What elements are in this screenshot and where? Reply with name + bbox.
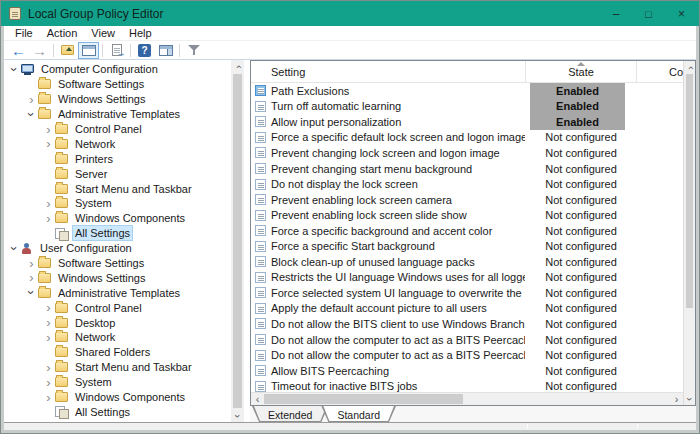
collapse-chevron-icon[interactable]	[25, 107, 38, 122]
scroll-right-icon[interactable]	[670, 393, 683, 405]
column-header-comment[interactable]: Co	[637, 66, 683, 78]
expand-chevron-icon[interactable]	[42, 360, 55, 375]
scroll-left-icon[interactable]	[251, 393, 264, 405]
tree-item-software-settings[interactable]: Software Settings	[4, 256, 230, 271]
expand-chevron-icon[interactable]	[42, 330, 55, 345]
menu-item-help[interactable]: Help	[122, 27, 159, 39]
tree-scrollbar-thumb[interactable]	[233, 74, 242, 408]
collapse-chevron-icon[interactable]	[8, 241, 21, 256]
close-button[interactable]: ×	[678, 8, 685, 20]
policy-state-cell: Not configured	[525, 238, 637, 254]
policy-row[interactable]: Prevent enabling lock screen slide showN…	[251, 207, 683, 223]
policy-row[interactable]: Force a specific default lock screen and…	[251, 130, 683, 146]
tree-item-server[interactable]: Server	[4, 166, 230, 181]
vertical-scrollbar-thumb[interactable]	[686, 74, 693, 308]
expand-chevron-icon[interactable]	[42, 315, 55, 330]
policy-row[interactable]: Restricts the UI language Windows uses f…	[251, 270, 683, 286]
menu-item-action[interactable]: Action	[40, 27, 85, 39]
policy-row[interactable]: Path ExclusionsEnabled	[251, 83, 683, 99]
policy-state-cell: Not configured	[525, 378, 637, 392]
tree-item-software-settings[interactable]: Software Settings	[4, 77, 230, 92]
tree-item-all-settings[interactable]: All Settings	[4, 226, 230, 241]
policy-row[interactable]: Force a specific Start backgroundNot con…	[251, 238, 683, 254]
tree-item-user-configuration[interactable]: User Configuration	[4, 241, 230, 256]
filter-button[interactable]	[183, 42, 204, 59]
policy-row[interactable]: Allow BITS PeercachingNot configured	[251, 363, 683, 379]
expand-chevron-icon[interactable]	[42, 136, 55, 151]
tree-item-computer-configuration[interactable]: Computer Configuration	[4, 62, 230, 77]
folder-icon	[55, 347, 68, 357]
expand-chevron-icon[interactable]	[42, 122, 55, 137]
policy-row[interactable]: Prevent changing lock screen and logon i…	[251, 145, 683, 161]
collapse-chevron-icon[interactable]	[25, 285, 38, 300]
tab-extended[interactable]: Extended	[252, 406, 328, 422]
tree-item-administrative-templates[interactable]: Administrative Templates	[4, 107, 230, 122]
forward-button[interactable]	[29, 42, 50, 59]
expand-chevron-icon[interactable]	[42, 390, 55, 405]
tree-item-start-menu-and-taskbar[interactable]: Start Menu and Taskbar	[4, 181, 230, 196]
collapse-chevron-icon[interactable]	[8, 62, 21, 77]
column-header-setting[interactable]: Setting	[251, 66, 525, 78]
horizontal-scrollbar-thumb[interactable]	[264, 394, 463, 404]
maximize-button[interactable]: □	[645, 8, 652, 20]
tree-item-network[interactable]: Network	[4, 136, 230, 151]
tree-scrollbar[interactable]	[231, 60, 244, 422]
show-action-pane-button[interactable]	[155, 42, 176, 59]
policy-row[interactable]: Apply the default account picture to all…	[251, 301, 683, 317]
policy-row[interactable]: Do not allow the BITS client to use Wind…	[251, 316, 683, 332]
tree-item-shared-folders[interactable]: Shared Folders	[4, 345, 230, 360]
horizontal-scrollbar[interactable]	[251, 392, 683, 405]
tree-item-windows-settings[interactable]: Windows Settings	[4, 92, 230, 107]
policy-row[interactable]: Allow input personalizationEnabled	[251, 114, 683, 130]
tree-item-windows-components[interactable]: Windows Components	[4, 211, 230, 226]
expand-chevron-icon[interactable]	[25, 92, 38, 107]
column-header-state[interactable]: State	[525, 61, 637, 82]
policy-row[interactable]: Turn off automatic learningEnabled	[251, 99, 683, 115]
list-header-row: Setting State Co	[251, 61, 683, 83]
tree-item-desktop[interactable]: Desktop	[4, 315, 230, 330]
tree-item-system[interactable]: System	[4, 196, 230, 211]
policy-comment-cell	[637, 83, 683, 99]
tree-item-printers[interactable]: Printers	[4, 151, 230, 166]
tree-item-network[interactable]: Network	[4, 330, 230, 345]
policy-row[interactable]: Force a specific background and accent c…	[251, 223, 683, 239]
tree-item-all-settings[interactable]: All Settings	[4, 404, 230, 419]
expand-chevron-icon[interactable]	[42, 211, 55, 226]
expand-chevron-icon[interactable]	[42, 300, 55, 315]
policy-row[interactable]: Timeout for inactive BITS jobsNot config…	[251, 378, 683, 392]
tree-item-administrative-templates[interactable]: Administrative Templates	[4, 285, 230, 300]
menu-item-file[interactable]: File	[8, 27, 40, 39]
back-button[interactable]	[8, 42, 29, 59]
policy-row[interactable]: Prevent changing start menu backgroundNo…	[251, 161, 683, 177]
policy-row[interactable]: Do not display the lock screenNot config…	[251, 176, 683, 192]
expand-chevron-icon[interactable]	[25, 256, 38, 271]
minimize-button[interactable]: –	[613, 8, 620, 20]
policy-row[interactable]: Prevent enabling lock screen cameraNot c…	[251, 192, 683, 208]
up-one-level-button[interactable]	[57, 42, 78, 59]
expand-chevron-icon[interactable]	[42, 196, 55, 211]
export-list-button[interactable]	[106, 42, 127, 59]
scroll-down-icon[interactable]	[231, 409, 244, 422]
show-console-tree-button[interactable]	[78, 42, 99, 59]
menu-item-view[interactable]: View	[84, 27, 122, 39]
scroll-up-icon[interactable]	[231, 60, 244, 73]
tree-item-system[interactable]: System	[4, 375, 230, 390]
policy-row[interactable]: Do not allow the computer to act as a BI…	[251, 332, 683, 348]
tree-item-windows-components[interactable]: Windows Components	[4, 390, 230, 405]
scroll-down-icon[interactable]	[684, 392, 695, 405]
policy-row[interactable]: Block clean-up of unused language packsN…	[251, 254, 683, 270]
expand-chevron-icon[interactable]	[42, 375, 55, 390]
tree-item-control-panel[interactable]: Control Panel	[4, 300, 230, 315]
tab-standard[interactable]: Standard	[321, 406, 396, 422]
expand-chevron-icon[interactable]	[25, 270, 38, 285]
policy-document-icon	[255, 256, 266, 267]
tree-item-control-panel[interactable]: Control Panel	[4, 122, 230, 137]
tree-item-start-menu-and-taskbar[interactable]: Start Menu and Taskbar	[4, 360, 230, 375]
tree-item-label: Printers	[73, 152, 115, 166]
tree-item-windows-settings[interactable]: Windows Settings	[4, 270, 230, 285]
policy-row[interactable]: Force selected system UI language to ove…	[251, 285, 683, 301]
policy-row[interactable]: Do not allow the computer to act as a BI…	[251, 347, 683, 363]
scroll-up-icon[interactable]	[684, 61, 695, 74]
vertical-scrollbar[interactable]	[683, 61, 695, 405]
help-button[interactable]	[134, 42, 155, 59]
